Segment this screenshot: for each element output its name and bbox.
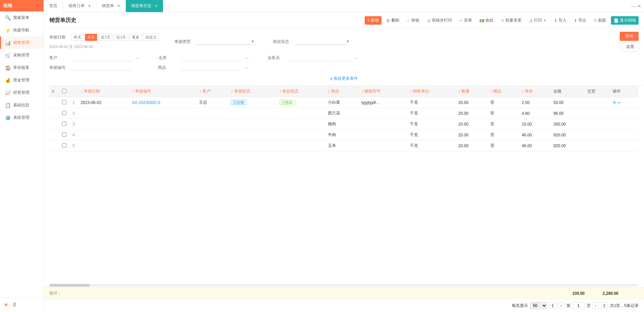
doc-no-input[interactable] <box>72 64 132 71</box>
col-docno[interactable]: ↕ 单据编号 <box>130 86 197 97</box>
col-spec-label: ↕ 规格型号 <box>361 88 381 94</box>
row-checkbox[interactable] <box>62 111 66 115</box>
doc-type-select[interactable] <box>197 38 251 45</box>
approve-print-button[interactable]: 🖨 审核并打印 <box>424 16 455 25</box>
page-prev-btn[interactable]: ‹ <box>558 302 564 309</box>
collect-button[interactable]: 💵 收款 <box>477 16 496 25</box>
customer-search-icon[interactable]: ··· <box>136 55 140 61</box>
customer-input[interactable] <box>72 55 132 61</box>
row-checkbox[interactable] <box>62 100 66 104</box>
batch-change-button[interactable]: ✎ 批量变更 <box>498 16 524 25</box>
action-btn[interactable]: 👁 <box>613 101 616 105</box>
row-checkbox[interactable] <box>62 122 66 126</box>
print-button[interactable]: 🖨 打印 ▼ <box>526 16 549 25</box>
date-yesterday[interactable]: 昨天 <box>72 34 84 41</box>
sidebar-settings-icon[interactable]: ☀ <box>3 301 9 309</box>
col-amount: 金额 <box>551 86 585 97</box>
per-page-select[interactable]: 20 50 100 <box>530 302 547 309</box>
date-1month[interactable]: 近1月 <box>114 34 128 41</box>
abandon-icon: ↩ <box>459 18 463 23</box>
row-customer-cell: 王总 <box>197 97 229 108</box>
date-custom[interactable]: 自定义 <box>143 34 159 41</box>
row-date-cell <box>79 130 130 140</box>
sidebar-item-sales[interactable]: 📊 销售管理 <box>0 36 44 49</box>
col-goods[interactable]: ↕ 商品 <box>326 86 359 97</box>
sidebar-item-inventory[interactable]: 🏠 库存核算 <box>0 61 44 74</box>
warehouse-search-icon[interactable]: ··· <box>245 55 249 61</box>
tab-sales-history[interactable]: 销货单历史 ✕ <box>126 0 163 12</box>
collapse-btn[interactable]: ∧ 收起更多条件 <box>330 76 358 81</box>
approve-button[interactable]: ✓ 审核 <box>404 16 422 25</box>
col-spec[interactable]: ↕ 规格型号 <box>359 86 408 97</box>
staff-search-icon[interactable]: ··· <box>354 55 358 61</box>
col-qty[interactable]: ↕ 数量 <box>456 86 488 97</box>
row-gift-cell: 否 <box>488 119 520 130</box>
col-price[interactable]: ↕ 单价 <box>520 86 552 97</box>
payment-status-dropdown-icon[interactable]: ▼ <box>346 39 350 44</box>
date-today[interactable]: 今天 <box>85 34 97 41</box>
sidebar-item-system[interactable]: ⚙️ 系统管理 <box>0 111 44 124</box>
tab-sales-order[interactable]: 销售订单 ✕ <box>63 0 96 12</box>
doc-no-link[interactable]: SA-20230602-0 <box>132 100 160 105</box>
col-customer[interactable]: ↕ 客户 <box>197 86 229 97</box>
settings-button[interactable]: 设置 <box>622 42 639 51</box>
new-button[interactable]: + 新增 <box>365 16 382 25</box>
action-btn[interactable]: ✏ <box>618 101 621 105</box>
refresh-icon: ↻ <box>594 18 597 23</box>
sidebar-item-search[interactable]: 🔍 搜索菜单 <box>0 11 44 24</box>
sidebar-item-purchase[interactable]: 🛒 采购管理 <box>0 49 44 61</box>
page-first-btn[interactable]: ⟪ <box>549 302 556 309</box>
show-detail-button[interactable]: 📄 显示明细 <box>611 16 639 25</box>
tab-home-label: 首页 <box>49 3 57 9</box>
tab-sales-goods[interactable]: 销货单 ✕ <box>96 0 126 12</box>
table-header-row: ⚙ ↕ 单据日期 ↕ 单据编号 ↕ 客户 <box>49 86 639 97</box>
date-more[interactable]: 更多 <box>130 34 142 41</box>
sidebar-item-basic[interactable]: 📋 基础信息 <box>0 99 44 111</box>
col-docstatus[interactable]: ↕ 单据状态 <box>229 86 277 97</box>
payment-status-select[interactable] <box>295 38 346 45</box>
sidebar-item-finance[interactable]: 💰 资金管理 <box>0 74 44 86</box>
query-button[interactable]: 查询 <box>620 32 639 41</box>
export-button[interactable]: ⬆ 导出 <box>571 16 589 25</box>
sidebar-collapse-icon[interactable]: ⏸ <box>11 301 18 309</box>
goods-search-icon[interactable]: ··· <box>244 65 248 71</box>
row-num-cell: 5 <box>68 140 79 151</box>
col-unit[interactable]: ↕ 销售单位 <box>408 86 456 97</box>
col-settings[interactable]: ⚙ <box>49 86 60 97</box>
doc-type-dropdown-icon[interactable]: ▼ <box>251 39 255 44</box>
col-date[interactable]: ↕ 单据日期 <box>79 86 130 97</box>
table-row: 2 西兰花 千克 20.00 否 4.80 96.00 <box>49 108 639 119</box>
row-checkbox[interactable] <box>62 143 66 148</box>
row-unit-cell: 千克 <box>408 97 456 108</box>
col-gift[interactable]: ↕ 赠品 <box>488 86 520 97</box>
page-last-btn[interactable]: ⟫ <box>601 302 608 309</box>
sidebar-item-shortcut[interactable]: ⚡ 快捷导航 <box>0 24 44 36</box>
row-qty-cell: 20.00 <box>456 140 488 151</box>
refresh-button[interactable]: ↻ 刷新 <box>591 16 609 25</box>
abandon-button[interactable]: ↩ 弃审 <box>457 16 475 25</box>
sidebar-item-operations[interactable]: 📈 经营管理 <box>0 86 44 99</box>
tab-close-sales-history[interactable]: ✕ <box>155 4 158 8</box>
col-actions-label: 操作 <box>613 89 621 94</box>
col-settings-icon[interactable]: ⚙ <box>51 89 55 94</box>
tab-home[interactable]: 首页 <box>44 0 63 12</box>
import-button[interactable]: ⬇ 导入 <box>551 16 569 25</box>
tab-minimize-icon[interactable]: — <box>631 3 636 9</box>
col-paystatus[interactable]: ↕ 收款状态 <box>277 86 326 97</box>
select-all-checkbox[interactable] <box>62 89 66 93</box>
row-goods-cell: 猪肉 <box>326 119 359 130</box>
date-7days[interactable]: 近7天 <box>99 34 113 41</box>
payment-status-label: 收款状态 <box>273 39 293 45</box>
staff-input[interactable] <box>290 55 351 61</box>
goods-input[interactable] <box>180 64 241 71</box>
scrollbar-thumb[interactable] <box>49 284 90 287</box>
tab-close-all-icon[interactable]: ✕ <box>637 3 641 9</box>
warehouse-input[interactable] <box>181 55 242 61</box>
tab-close-sales-order[interactable]: ✕ <box>88 4 91 8</box>
row-checkbox[interactable] <box>62 132 66 137</box>
tab-close-sales-goods[interactable]: ✕ <box>117 4 120 8</box>
horizontal-scrollbar[interactable] <box>49 284 639 287</box>
page-number-input[interactable] <box>572 302 585 309</box>
page-next-btn[interactable]: › <box>593 302 599 309</box>
delete-button[interactable]: 🗑 删除 <box>384 16 402 25</box>
